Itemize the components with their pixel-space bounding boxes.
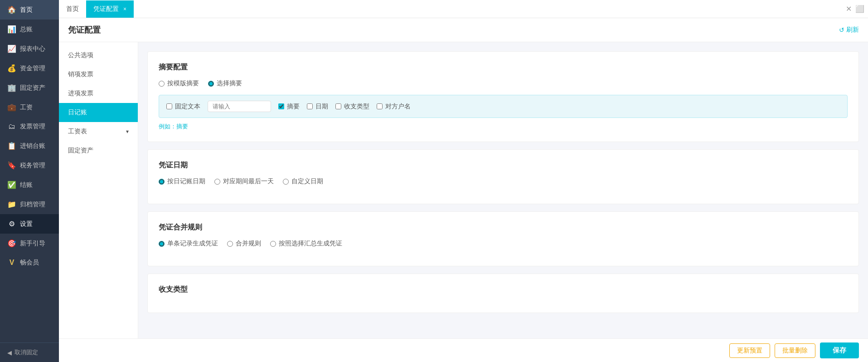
merge-rules-label: 合并规则: [236, 240, 261, 248]
page-header: 凭证配置 ↺ 刷新: [59, 18, 868, 42]
tab-home[interactable]: 首页: [59, 0, 86, 18]
tax-icon: 🔖: [7, 161, 16, 170]
sidebar-item-general-ledger[interactable]: 📊 总账: [0, 20, 59, 39]
left-nav-label: 工资表: [68, 127, 87, 136]
fixed-text-checkbox[interactable]: [166, 103, 172, 109]
window-close-icon[interactable]: ✕: [846, 5, 852, 13]
counterparty-checkbox-label[interactable]: 对方户名: [377, 103, 411, 111]
summary-generate-radio[interactable]: [270, 241, 276, 247]
voucher-date-title: 凭证日期: [159, 161, 848, 170]
settings-icon: ⚙: [7, 220, 16, 228]
sidebar-item-archive[interactable]: 📁 归档管理: [0, 195, 59, 214]
income-expense-label: 收支类型: [344, 103, 369, 111]
sidebar-item-settings[interactable]: ⚙ 设置: [0, 214, 59, 234]
last-day-radio[interactable]: [214, 179, 220, 185]
left-nav-label: 销项发票: [68, 70, 93, 78]
tab-active-label: 凭证配置: [93, 5, 119, 13]
guide-icon: 🎯: [7, 239, 16, 248]
template-summary-option[interactable]: 按模版摘要: [159, 79, 199, 88]
sidebar-item-label: 固定资产: [20, 84, 45, 92]
select-summary-label: 选择摘要: [217, 79, 242, 88]
single-record-option[interactable]: 单条记录生成凭证: [159, 240, 218, 248]
sidebar-item-label: 工资: [20, 103, 33, 112]
member-icon: V: [7, 259, 16, 267]
update-preview-button[interactable]: 更新预置: [729, 343, 770, 358]
sidebar-item-sales-ledger[interactable]: 📋 进销台账: [0, 136, 59, 156]
unpin-button[interactable]: ◀ 取消固定: [0, 342, 59, 362]
sidebar-item-label: 归档管理: [20, 201, 45, 209]
left-nav-purchase-invoice[interactable]: 进项发票: [59, 84, 138, 103]
journal-date-option[interactable]: 按日记账日期: [159, 177, 205, 186]
last-day-option[interactable]: 对应期间最后一天: [214, 177, 274, 186]
fixed-text-input[interactable]: [208, 101, 271, 112]
bottom-action-bar: 更新预置 批量删除 保存: [59, 338, 868, 362]
counterparty-label: 对方户名: [385, 103, 411, 111]
merge-rules-option[interactable]: 合并规则: [227, 240, 261, 248]
left-nav-fixed-assets[interactable]: 固定资产: [59, 141, 138, 160]
sidebar-item-fund[interactable]: 💰 资金管理: [0, 59, 59, 78]
sidebar-item-payroll[interactable]: 💼 工资: [0, 98, 59, 117]
date-checkbox-label[interactable]: 日期: [307, 103, 328, 111]
income-expense-checkbox-label[interactable]: 收支类型: [335, 103, 369, 111]
sidebar-item-label: 进销台账: [20, 142, 45, 150]
sidebar-item-invoice[interactable]: 🗂 发票管理: [0, 117, 59, 136]
summary-checkbox-label[interactable]: 摘要: [278, 103, 300, 111]
template-summary-label: 按模版摘要: [167, 79, 199, 88]
custom-date-option[interactable]: 自定义日期: [283, 177, 323, 186]
select-summary-radio[interactable]: [208, 81, 214, 87]
date-checkbox[interactable]: [307, 103, 313, 109]
income-expense-title: 收支类型: [159, 285, 848, 294]
chevron-down-icon: ▾: [126, 128, 129, 135]
merge-rules-section: 凭证合并规则 单条记录生成凭证 合并规则 按照选择汇总生成凭证: [147, 211, 859, 266]
summary-checkbox-row: 固定文本 摘要 日期 收支类型: [159, 95, 848, 118]
custom-date-radio[interactable]: [283, 179, 289, 185]
sidebar-item-tax[interactable]: 🔖 税务管理: [0, 156, 59, 175]
journal-date-radio[interactable]: [159, 179, 165, 185]
fixed-text-checkbox-label[interactable]: 固定文本: [166, 103, 200, 111]
income-expense-checkbox[interactable]: [335, 103, 341, 109]
select-summary-option[interactable]: 选择摘要: [208, 79, 242, 88]
sidebar-item-settlement[interactable]: ✅ 结账: [0, 175, 59, 195]
fixed-text-label: 固定文本: [175, 103, 200, 111]
sidebar-item-label: 新手引导: [20, 240, 45, 248]
single-record-radio[interactable]: [159, 241, 165, 247]
sidebar-item-fixed-assets[interactable]: 🏢 固定资产: [0, 78, 59, 98]
left-nav-payroll-table[interactable]: 工资表 ▾: [59, 122, 138, 141]
summary-checkbox[interactable]: [278, 103, 284, 109]
sidebar-item-member[interactable]: V 畅会员: [0, 253, 59, 272]
invoice-icon: 🗂: [7, 122, 16, 131]
tab-close-icon[interactable]: ×: [123, 6, 126, 12]
batch-delete-button[interactable]: 批量删除: [775, 343, 815, 358]
window-maximize-icon[interactable]: ⬜: [855, 5, 864, 13]
refresh-button[interactable]: ↺ 刷新: [839, 26, 859, 34]
sidebar-nav: 🏠 首页 📊 总账 📈 报表中心 💰 资金管理 🏢 固定资产 💼 工资 🗂 发票…: [0, 0, 59, 342]
sidebar-item-label: 报表中心: [20, 45, 45, 53]
counterparty-checkbox[interactable]: [377, 103, 383, 109]
pin-icon: ◀: [7, 349, 12, 356]
sidebar-item-label: 发票管理: [20, 122, 45, 131]
sidebar-item-label: 首页: [20, 6, 33, 14]
summary-config-section: 摘要配置 按模版摘要 选择摘要 固定文本: [147, 51, 859, 142]
summary-label: 摘要: [287, 103, 300, 111]
left-nav-public-options[interactable]: 公共选项: [59, 46, 138, 65]
sidebar-item-reports[interactable]: 📈 报表中心: [0, 39, 59, 59]
summary-generate-option[interactable]: 按照选择汇总生成凭证: [270, 240, 342, 248]
unpin-label: 取消固定: [15, 348, 38, 357]
merge-rules-radio[interactable]: [227, 241, 233, 247]
left-nav-sales-invoice[interactable]: 销项发票: [59, 65, 138, 84]
sidebar-item-label: 设置: [20, 220, 33, 228]
reports-icon: 📈: [7, 44, 16, 53]
save-button[interactable]: 保存: [820, 342, 859, 358]
sidebar-item-guide[interactable]: 🎯 新手引导: [0, 234, 59, 253]
last-day-label: 对应期间最后一天: [223, 177, 274, 186]
template-summary-radio[interactable]: [159, 81, 165, 87]
left-nav-label: 日记账: [68, 108, 87, 117]
page-title: 凭证配置: [68, 24, 101, 35]
single-record-label: 单条记录生成凭证: [167, 240, 218, 248]
sidebar-item-home[interactable]: 🏠 首页: [0, 0, 59, 20]
left-nav-journal[interactable]: 日记账: [59, 103, 138, 122]
date-label: 日期: [315, 103, 328, 111]
left-nav-label: 固定资产: [68, 147, 93, 155]
fund-icon: 💰: [7, 64, 16, 73]
tab-voucher-config[interactable]: 凭证配置 ×: [86, 0, 134, 18]
